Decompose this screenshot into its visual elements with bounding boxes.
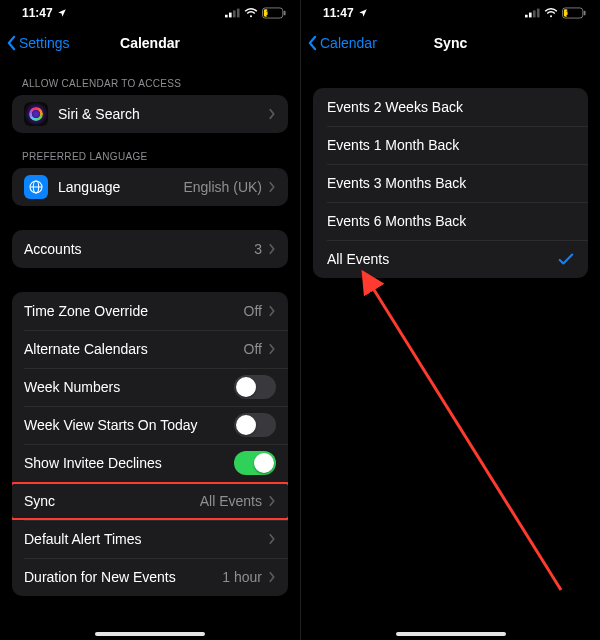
chevron-right-icon [268, 571, 276, 583]
altcal-label: Alternate Calendars [24, 341, 148, 357]
weeknum-label: Week Numbers [24, 379, 120, 395]
back-label: Calendar [320, 35, 377, 51]
status-time: 11:47 [22, 6, 53, 20]
svg-line-19 [371, 285, 561, 590]
option-label: Events 2 Weeks Back [327, 99, 463, 115]
nav-bar: Calendar Sync [301, 26, 600, 60]
option-label: Events 1 Month Back [327, 137, 459, 153]
duration-label: Duration for New Events [24, 569, 176, 585]
language-label: Language [58, 179, 120, 195]
option-label: All Events [327, 251, 389, 267]
svg-rect-2 [233, 10, 236, 17]
sync-option-6-months[interactable]: Events 6 Months Back [313, 202, 588, 240]
row-show-invitee-declines[interactable]: Show Invitee Declines [12, 444, 288, 482]
cellular-icon [225, 8, 240, 18]
svg-rect-14 [537, 9, 540, 18]
battery-icon: 11 [562, 7, 586, 19]
accounts-label: Accounts [24, 241, 82, 257]
phone-sync-settings: 11:47 11 Calendar Sync E [300, 0, 600, 640]
tz-label: Time Zone Override [24, 303, 148, 319]
location-icon [358, 8, 368, 18]
row-accounts[interactable]: Accounts 3 [12, 230, 288, 268]
home-indicator[interactable] [95, 632, 205, 636]
svg-rect-18 [584, 11, 586, 16]
globe-icon [24, 175, 48, 199]
toggle-week-start-today[interactable] [234, 413, 276, 437]
status-bar: 11:47 11 [0, 4, 300, 22]
svg-rect-13 [533, 10, 536, 17]
weekstart-label: Week View Starts On Today [24, 417, 198, 433]
battery-level: 11 [266, 8, 276, 18]
altcal-value: Off [244, 341, 268, 357]
sync-value: All Events [200, 493, 268, 509]
back-button[interactable]: Settings [6, 35, 70, 51]
toggle-week-numbers[interactable] [234, 375, 276, 399]
back-label: Settings [19, 35, 70, 51]
svg-rect-7 [284, 11, 286, 16]
chevron-right-icon [268, 108, 276, 120]
row-alternate-calendars[interactable]: Alternate Calendars Off [12, 330, 288, 368]
sync-option-2-weeks[interactable]: Events 2 Weeks Back [313, 88, 588, 126]
svg-rect-1 [229, 13, 232, 18]
page-title: Sync [434, 35, 467, 51]
row-week-numbers[interactable]: Week Numbers [12, 368, 288, 406]
wifi-icon [544, 8, 558, 18]
accounts-value: 3 [254, 241, 268, 257]
home-indicator[interactable] [396, 632, 506, 636]
chevron-right-icon [268, 243, 276, 255]
alert-label: Default Alert Times [24, 531, 142, 547]
nav-bar: Settings Calendar [0, 26, 300, 60]
svg-rect-11 [525, 15, 528, 18]
chevron-right-icon [268, 533, 276, 545]
sync-option-all-events[interactable]: All Events [313, 240, 588, 278]
phone-calendar-settings: 11:47 11 Settings Calendar ALLOW CALENDA [0, 0, 300, 640]
wifi-icon [244, 8, 258, 18]
sync-option-1-month[interactable]: Events 1 Month Back [313, 126, 588, 164]
siri-label: Siri & Search [58, 106, 140, 122]
battery-level: 11 [566, 8, 576, 18]
tz-value: Off [244, 303, 268, 319]
option-label: Events 6 Months Back [327, 213, 466, 229]
page-title: Calendar [120, 35, 180, 51]
svg-rect-12 [529, 13, 532, 18]
chevron-right-icon [268, 495, 276, 507]
option-label: Events 3 Months Back [327, 175, 466, 191]
row-sync[interactable]: Sync All Events [12, 482, 288, 520]
sync-label: Sync [24, 493, 55, 509]
toggle-invitee-declines[interactable] [234, 451, 276, 475]
row-siri-search[interactable]: Siri & Search [12, 95, 288, 133]
siri-icon [24, 102, 48, 126]
location-icon [57, 8, 67, 18]
duration-value: 1 hour [222, 569, 268, 585]
section-header-access: ALLOW CALENDAR TO ACCESS [12, 60, 288, 95]
svg-rect-0 [225, 15, 228, 18]
chevron-right-icon [268, 343, 276, 355]
status-bar: 11:47 11 [301, 4, 600, 22]
back-button[interactable]: Calendar [307, 35, 377, 51]
row-language[interactable]: Language English (UK) [12, 168, 288, 206]
row-timezone-override[interactable]: Time Zone Override Off [12, 292, 288, 330]
cellular-icon [525, 8, 540, 18]
row-week-view-starts-today[interactable]: Week View Starts On Today [12, 406, 288, 444]
battery-icon: 11 [262, 7, 286, 19]
row-duration-new-events[interactable]: Duration for New Events 1 hour [12, 558, 288, 596]
section-header-language: PREFERRED LANGUAGE [12, 133, 288, 168]
svg-rect-3 [237, 9, 240, 18]
chevron-right-icon [268, 181, 276, 193]
invitee-label: Show Invitee Declines [24, 455, 162, 471]
checkmark-icon [558, 252, 574, 266]
sync-option-3-months[interactable]: Events 3 Months Back [313, 164, 588, 202]
status-time: 11:47 [323, 6, 354, 20]
sync-options-group: Events 2 Weeks Back Events 1 Month Back … [313, 88, 588, 278]
language-value: English (UK) [183, 179, 268, 195]
chevron-right-icon [268, 305, 276, 317]
row-default-alert-times[interactable]: Default Alert Times [12, 520, 288, 558]
svg-point-15 [550, 15, 552, 17]
svg-point-4 [250, 15, 252, 17]
